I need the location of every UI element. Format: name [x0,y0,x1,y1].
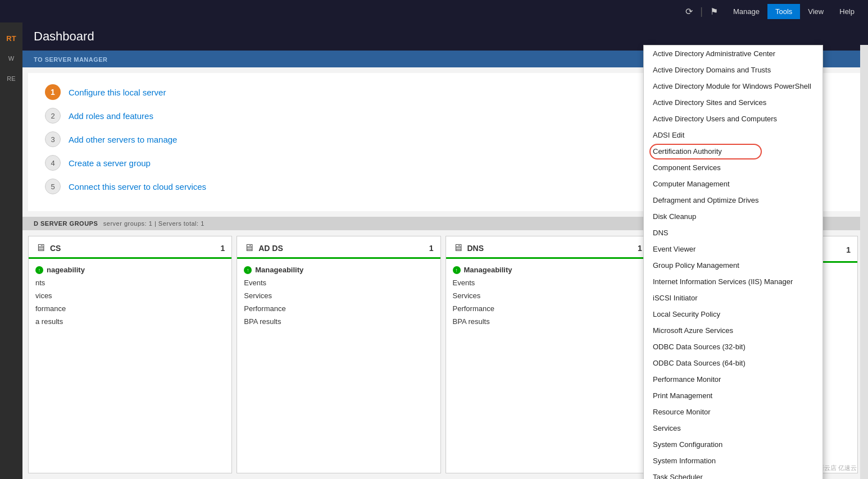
menu-item-10[interactable]: Disk Cleanup [644,208,822,225]
adds-events: Events [244,276,433,289]
dns-status-icon [453,266,461,274]
menu-item-11[interactable]: DNS [644,225,822,241]
menu-item-13[interactable]: Group Policy Management [644,257,822,273]
server-groups-subtitle: server groups: 1 | Servers total: 1 [103,220,204,227]
adds-services: Services [244,289,433,302]
dns-name: DNS [467,244,484,253]
menu-item-15[interactable]: iSCSI Initiator [644,290,822,306]
menu-item-6[interactable]: Certification Authority [644,143,822,159]
adds-card-header: 🖥 AD DS 1 [237,236,440,259]
menu-item-2[interactable]: Active Directory Module for Windows Powe… [644,78,822,94]
menu-item-16[interactable]: Local Security Policy [644,306,822,322]
cs-manageability: nageability [35,263,225,276]
adds-performance: Performance [244,302,433,315]
server-groups-title: D SERVER GROUPS [34,220,98,227]
menu-item-21[interactable]: Print Management [644,387,822,404]
adds-body: Manageability Events Services Performanc… [237,259,440,473]
sidebar-item-2[interactable]: W [0,48,22,69]
adds-events-label: Events [244,279,266,287]
menu-item-3[interactable]: Active Directory Sites and Services [644,94,822,111]
dns-services-label: Services [453,291,481,300]
menu-item-23[interactable]: Services [644,420,822,436]
view-menu[interactable]: View [800,4,831,19]
certification-authority-wrapper: Certification Authority [644,143,822,159]
menu-item-9[interactable]: Defragment and Optimize Drives [644,192,822,208]
step4-link[interactable]: Create a server group [69,158,151,168]
dns-services: Services [453,289,642,302]
dns-title: 🖥 DNS [453,242,484,254]
right-scrollbar[interactable] [860,45,868,479]
menu-item-26[interactable]: Task Scheduler [644,469,822,479]
step3-circle: 3 [45,131,61,147]
menu-item-22[interactable]: Resource Monitor [644,404,822,420]
dns-events: Events [453,276,642,289]
cs-bpa-label: a results [35,317,63,326]
page-title: Dashboard [34,29,94,44]
menu-item-17[interactable]: Microsoft Azure Services [644,322,822,339]
dropdown-menu: Active Directory Administrative CenterAc… [643,45,823,479]
menu-item-5[interactable]: ADSI Edit [644,127,822,143]
step5-link[interactable]: Connect this server to cloud services [69,182,206,191]
server-card-dns: 🖥 DNS 1 Manageability Events Services [446,236,649,473]
cs-count: 1 [220,244,225,253]
step1-circle: 1 [45,84,61,100]
menu-item-8[interactable]: Computer Management [644,176,822,192]
cs-services-label: vices [35,291,52,300]
server-card-adds: 🖥 AD DS 1 Manageability Events Services [237,236,440,473]
menu-item-25[interactable]: System Information [644,453,822,469]
manage-menu[interactable]: Manage [725,4,767,19]
main-container: RT W RE Dashboard TO SERVER MANAGER 1 Co… [0,22,868,479]
cs-performance: formance [35,302,225,315]
help-menu[interactable]: Help [831,4,862,19]
dns-manageability: Manageability [453,263,642,276]
dns-bpa-label: BPA results [453,317,490,326]
flag-icon[interactable]: ⚑ [706,4,722,19]
adds-performance-label: Performance [244,304,285,313]
cs-manageability-label: nageability [47,266,85,274]
dns-body: Manageability Events Services Performanc… [446,259,649,473]
menu-item-1[interactable]: Active Directory Domains and Trusts [644,62,822,78]
step3-link[interactable]: Add other servers to manage [69,135,177,144]
step2-link[interactable]: Add roles and features [69,111,153,121]
menu-item-18[interactable]: ODBC Data Sources (32-bit) [644,339,822,355]
cs-status-icon [35,266,43,274]
adds-title: 🖥 AD DS [244,242,283,254]
sub-header-text: TO SERVER MANAGER [34,56,108,63]
step1-link[interactable]: Configure this local server [69,88,166,97]
menu-item-14[interactable]: Internet Information Services (IIS) Mana… [644,273,822,290]
cs-title: 🖥 CS [35,242,61,254]
sidebar-item-3[interactable]: RE [0,69,22,89]
fas-count: 1 [846,245,851,254]
dns-manageability-label: Manageability [464,266,512,274]
refresh-icon[interactable]: ⟳ [681,4,697,19]
dns-performance-label: Performance [453,304,494,313]
dns-events-label: Events [453,279,475,287]
step4-circle: 4 [45,155,61,171]
tools-menu[interactable]: Tools [767,4,800,19]
content-area: Dashboard TO SERVER MANAGER 1 Configure … [22,22,868,479]
menu-item-20[interactable]: Performance Monitor [644,371,822,387]
sidebar-item-1[interactable]: RT [0,28,22,48]
menu-item-4[interactable]: Active Directory Users and Computers [644,111,822,127]
dns-icon: 🖥 [453,242,463,254]
dns-card-header: 🖥 DNS 1 [446,236,649,259]
menu-item-0[interactable]: Active Directory Administrative Center [644,45,822,62]
adds-manageability-label: Manageability [255,266,303,274]
menu-item-24[interactable]: System Configuration [644,436,822,453]
menu-item-12[interactable]: Event Viewer [644,241,822,257]
cs-body: nageability nts vices formance a results [29,259,231,473]
adds-services-label: Services [244,291,272,300]
dns-count: 1 [638,244,642,253]
cs-performance-label: formance [35,304,66,313]
adds-bpa-label: BPA results [244,317,281,326]
menu-item-7[interactable]: Component Services [644,159,822,176]
dns-bpa: BPA results [453,315,642,328]
adds-status-icon [244,266,252,274]
cs-name: CS [50,244,61,253]
adds-icon: 🖥 [244,242,254,254]
cs-bpa: a results [35,315,225,328]
sidebar: RT W RE [0,22,22,479]
top-bar: ⟳ | ⚑ Manage Tools View Help [0,0,868,22]
menu-item-19[interactable]: ODBC Data Sources (64-bit) [644,355,822,371]
step2-circle: 2 [45,108,61,124]
